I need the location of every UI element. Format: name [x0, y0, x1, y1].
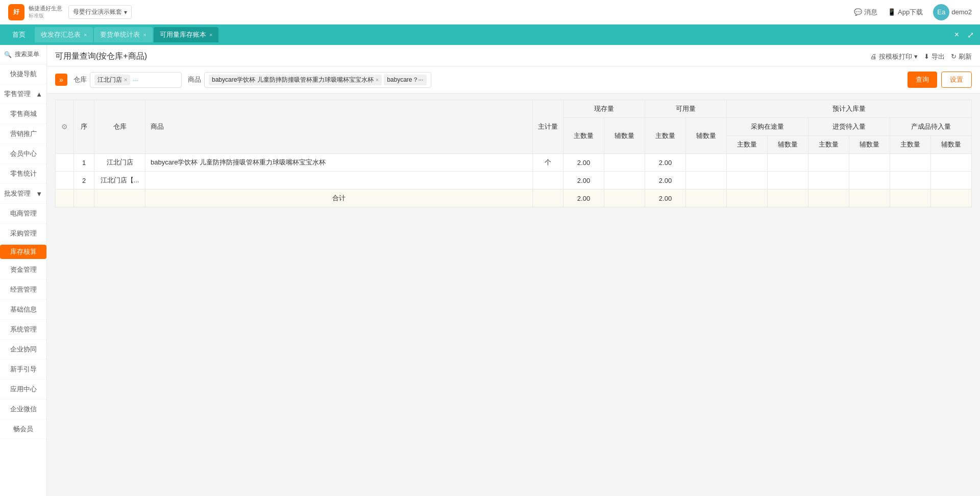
logo-text: 畅捷通好生意 标准版 — [29, 5, 62, 19]
data-table: ⚙ 序 仓库 商品 主计量 现存量 可用量 预计入库量 主数量 辅数量 主数量 — [55, 100, 972, 207]
sidebar-item-marketing[interactable]: 营销推广 — [0, 124, 46, 144]
col-avail-main-header: 主数量 — [645, 118, 686, 154]
user-menu[interactable]: Ea demo2 — [933, 4, 972, 20]
tab-bar: 首页 收发存汇总表 × 要货单统计表 × 可用量库存账本 × × ⤢ — [0, 25, 980, 45]
sidebar-item-enterprise-wechat[interactable]: 企业微信 — [0, 399, 46, 419]
page-actions: 🖨 按模板打印 ▾ ⬇ 导出 ↻ 刷新 — [870, 52, 972, 61]
sidebar-item-retail-mall[interactable]: 零售商城 — [0, 104, 46, 124]
query-button[interactable]: 查询 — [908, 72, 937, 88]
tab-label: 收发存汇总表 — [41, 30, 81, 39]
msg-button[interactable]: 💬 消息 — [854, 8, 877, 17]
sidebar-item-enterprise[interactable]: 企业协同 — [0, 340, 46, 360]
refresh-icon: ↻ — [951, 53, 957, 60]
tab-order-stats[interactable]: 要货单统计表 × — [94, 27, 152, 42]
warehouse-more[interactable]: ··· — [132, 76, 138, 84]
sidebar-item-newbie[interactable]: 新手引导 — [0, 360, 46, 380]
page-title: 可用量查询(按仓库+商品) — [55, 51, 147, 62]
row-product-aux — [931, 172, 972, 190]
gear-icon[interactable]: ⚙ — [61, 123, 68, 131]
tab-receive-send[interactable]: 收发存汇总表 × — [35, 27, 93, 42]
tab-close-icon[interactable]: × — [84, 32, 87, 38]
warehouse-label: 仓库 — [74, 75, 87, 84]
sidebar-item-retail-stats[interactable]: 零售统计 — [0, 164, 46, 184]
settings-button[interactable]: 设置 — [941, 72, 972, 88]
sidebar-search[interactable]: 🔍 搜索菜单 — [0, 45, 46, 64]
sidebar-item-vip-member[interactable]: 畅会员 — [0, 419, 46, 439]
footer-unit-cell — [533, 190, 564, 207]
col-planned-in-header: 预计入库量 — [727, 100, 972, 118]
sidebar-item-inventory[interactable]: 库存核算 — [0, 245, 46, 259]
main-layout: 🔍 搜索菜单 快捷导航 零售管理 ▲ 零售商城 营销推广 会员中心 零售统计 批… — [0, 45, 980, 496]
sidebar-item-sys-mgmt[interactable]: 系统管理 — [0, 320, 46, 340]
tab-available-inventory[interactable]: 可用量库存账本 × — [154, 27, 218, 42]
sidebar-item-basic-info[interactable]: 基础信息 — [0, 300, 46, 320]
table-area: ⚙ 序 仓库 商品 主计量 现存量 可用量 预计入库量 主数量 辅数量 主数量 — [47, 93, 980, 496]
col-purchase-aux-header: 辅数量 — [768, 136, 808, 154]
row-avail-aux — [686, 154, 727, 172]
sidebar-item-ecommerce[interactable]: 电商管理 — [0, 204, 46, 224]
msg-icon: 💬 — [854, 8, 862, 16]
footer-purchase-main — [727, 190, 768, 207]
footer-settings-cell — [56, 190, 74, 207]
top-bar-left: 好 畅捷通好生意 标准版 母婴行业演示账套 ▾ — [8, 4, 132, 20]
row-current-main: 2.00 — [564, 154, 604, 172]
warehouse-tag: 江北门店 × — [94, 75, 130, 85]
col-product-main-header: 主数量 — [890, 136, 931, 154]
sidebar-item-app-center[interactable]: 应用中心 — [0, 380, 46, 399]
col-seq-header: 序 — [74, 100, 94, 154]
sidebar-item-purchase[interactable]: 采购管理 — [0, 224, 46, 244]
row-warehouse: 江北门店 — [94, 154, 145, 172]
tab-close-all-button[interactable]: × — [952, 28, 961, 41]
sidebar: 🔍 搜索菜单 快捷导航 零售管理 ▲ 零售商城 营销推广 会员中心 零售统计 批… — [0, 45, 47, 496]
col-incoming-main-header: 主数量 — [808, 136, 849, 154]
footer-product-aux — [931, 190, 972, 207]
sidebar-item-finance[interactable]: 资金管理 — [0, 260, 46, 280]
row-avail-main: 2.00 — [645, 154, 686, 172]
app-download-button[interactable]: 📱 App下载 — [888, 8, 923, 17]
print-button[interactable]: 🖨 按模板打印 ▾ — [870, 52, 918, 61]
sidebar-item-member-center[interactable]: 会员中心 — [0, 144, 46, 164]
tab-expand-button[interactable]: ⤢ — [965, 28, 976, 42]
tab-home[interactable]: 首页 — [4, 27, 34, 42]
footer-avail-main: 2.00 — [645, 190, 686, 207]
warehouse-input[interactable]: 江北门店 × ··· — [90, 72, 182, 88]
top-bar: 好 畅捷通好生意 标准版 母婴行业演示账套 ▾ 💬 消息 📱 App下载 Ea … — [0, 0, 980, 25]
col-product-aux-header: 辅数量 — [931, 136, 972, 154]
row-warehouse: 江北门店【... — [94, 172, 145, 190]
export-button[interactable]: ⬇ 导出 — [924, 52, 945, 61]
row-settings-cell — [56, 154, 74, 172]
row-current-aux — [604, 172, 645, 190]
footer-incoming-main — [808, 190, 849, 207]
chevron-icon: ▲ — [36, 90, 42, 98]
tab-close-icon[interactable]: × — [143, 32, 146, 38]
export-icon: ⬇ — [924, 53, 929, 60]
col-settings-header[interactable]: ⚙ — [56, 100, 74, 154]
filter-actions: 查询 设置 — [908, 72, 972, 88]
row-incoming-main — [808, 154, 849, 172]
row-current-aux — [604, 154, 645, 172]
sidebar-item-ops-mgmt[interactable]: 经营管理 — [0, 280, 46, 300]
tab-close-icon[interactable]: × — [209, 32, 212, 38]
warehouse-tag-close[interactable]: × — [124, 77, 127, 83]
row-product — [145, 172, 533, 190]
product-label: 商品 — [188, 75, 201, 84]
sidebar-item-retail-mgmt[interactable]: 零售管理 ▲ — [0, 84, 46, 104]
col-incoming-aux-header: 辅数量 — [849, 136, 890, 154]
sidebar-item-wholesale-mgmt[interactable]: 批发管理 ▼ — [0, 184, 46, 204]
sidebar-item-quicknav[interactable]: 快捷导航 — [0, 64, 46, 84]
footer-purchase-aux — [768, 190, 808, 207]
row-avail-aux — [686, 172, 727, 190]
footer-warehouse-cell — [94, 190, 145, 207]
tab-label: 可用量库存账本 — [160, 30, 206, 39]
filter-expand-button[interactable]: » — [55, 74, 67, 86]
col-current-stock-header: 现存量 — [564, 100, 645, 118]
industry-selector[interactable]: 母婴行业演示账套 ▾ — [68, 5, 132, 19]
product-input[interactable]: babycare学饮杯 儿童防摔防撞吸管杯重力球吸嘴杯宝宝水杯 × babyca… — [204, 72, 431, 88]
col-incoming-pending-header: 进货待入量 — [808, 118, 890, 136]
row-seq: 2 — [74, 172, 94, 190]
refresh-button[interactable]: ↻ 刷新 — [951, 52, 972, 61]
row-product-main — [890, 154, 931, 172]
table-row: 2 江北门店【... 2.00 2.00 — [56, 172, 972, 190]
product-tag-1-close[interactable]: × — [376, 77, 379, 83]
printer-icon: 🖨 — [870, 53, 877, 60]
